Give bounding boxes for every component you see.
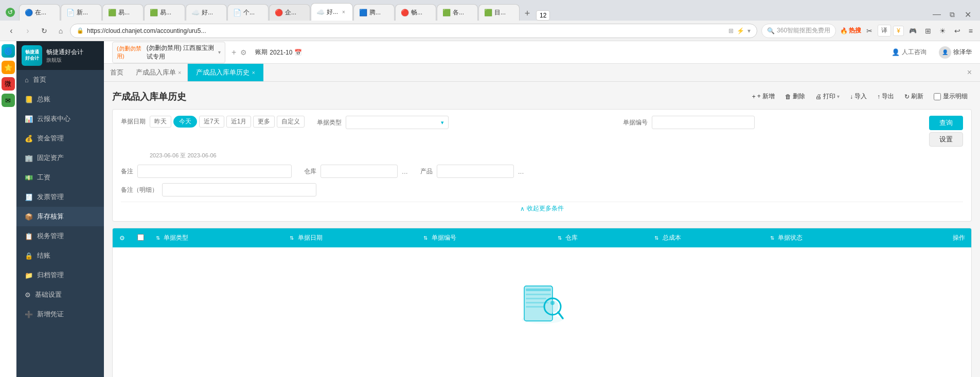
col-date[interactable]: ⇅ 单据日期: [283, 228, 417, 247]
collapse-btn[interactable]: ∧ 收起更多条件: [121, 202, 963, 215]
col-checkbox[interactable]: [131, 228, 150, 247]
tab-6[interactable]: 📄 个...: [227, 4, 269, 21]
sidebar-item-fund[interactable]: 💰 资金管理: [16, 129, 104, 148]
sidebar-item-closing[interactable]: 🔒 结账: [16, 246, 104, 265]
settings-btn-filter[interactable]: 设置: [929, 132, 963, 147]
sidebar-item-basic-settings[interactable]: ⚙ 基础设置: [16, 285, 104, 304]
sidebar-item-fixed-assets[interactable]: 🏢 固定资产: [16, 148, 104, 168]
grid-view-btn[interactable]: ⊞: [922, 26, 934, 36]
col-status[interactable]: ⇅ 单据状态: [764, 228, 898, 247]
service-btn[interactable]: 👤 人工咨询: [892, 48, 926, 57]
tab-7[interactable]: 🔴 企...: [269, 4, 310, 21]
sidebar-label-tax: 税务管理: [37, 231, 64, 241]
add-btn[interactable]: + + 新增: [748, 90, 779, 103]
tab-12[interactable]: 🟩 目...: [478, 4, 520, 21]
sidebar-item-home[interactable]: ⌂ 首页: [16, 70, 104, 89]
show-detail-toggle[interactable]: 显示明细: [930, 90, 972, 103]
tab-history[interactable]: 产成品入库单历史 ×: [188, 64, 263, 81]
fire-icon: 🔥: [840, 27, 848, 34]
tab-9[interactable]: 🟦 腾...: [353, 4, 395, 21]
date-btn-yesterday[interactable]: 昨天: [150, 116, 171, 128]
settings-gear-btn[interactable]: ⚙: [240, 48, 247, 57]
print-btn[interactable]: 🖨 打印 ▾: [811, 90, 844, 103]
col-type[interactable]: ⇅ 单据类型: [150, 228, 283, 247]
tab-2[interactable]: 📄 新...: [61, 4, 102, 21]
sidebar-item-inventory[interactable]: 📦 库存核算: [16, 207, 104, 226]
changjie-icon[interactable]: 🌀: [2, 44, 15, 58]
export-btn[interactable]: ↑ 导出: [873, 90, 898, 103]
nav-refresh-btn[interactable]: ↻: [37, 24, 51, 38]
hot-search-btn[interactable]: 🔥 热搜: [840, 26, 861, 35]
number-filter-input[interactable]: [652, 116, 755, 129]
sidebar-item-invoice[interactable]: 🧾 发票管理: [16, 187, 104, 207]
sidebar-item-payroll[interactable]: 💵 工资: [16, 168, 104, 187]
tab-8-close[interactable]: ×: [340, 9, 347, 16]
calendar-icon[interactable]: 📅: [294, 49, 302, 56]
col-settings[interactable]: ⚙: [113, 228, 131, 247]
window-close-btn[interactable]: ✕: [961, 8, 974, 21]
product-filter-input[interactable]: [437, 165, 514, 178]
cloud-report-icon: 📊: [25, 115, 33, 123]
sidebar-item-ledger[interactable]: 📒 总账: [16, 89, 104, 109]
delete-btn[interactable]: 🗑 删除: [781, 90, 809, 103]
remark-filter-input[interactable]: [137, 165, 292, 178]
tab-list-close[interactable]: ×: [178, 69, 181, 76]
tab-5[interactable]: ☁️ 好...: [186, 4, 227, 21]
date-btn-today[interactable]: 今天: [173, 116, 197, 128]
nav-home-btn[interactable]: ⌂: [54, 24, 68, 38]
window-minimize-btn[interactable]: —: [931, 8, 943, 21]
nav-back-btn[interactable]: ‹: [4, 24, 19, 38]
tab-8-active[interactable]: ☁️ 好... ×: [311, 3, 353, 21]
tab-4[interactable]: 🟩 易...: [144, 4, 185, 21]
theme-btn[interactable]: ☀: [936, 26, 949, 36]
show-detail-checkbox[interactable]: [934, 93, 941, 100]
star-icon[interactable]: ⭐: [2, 61, 15, 74]
dropdown-icon[interactable]: ▾: [747, 27, 751, 34]
refresh-btn[interactable]: ↻ 刷新: [900, 90, 928, 103]
translate-btn[interactable]: 译: [878, 25, 891, 37]
scissors-btn[interactable]: ✂: [863, 26, 876, 36]
date-btn-7days[interactable]: 近7天: [199, 116, 224, 128]
detail-remark-input[interactable]: [162, 183, 316, 196]
tab-history-close[interactable]: ×: [252, 69, 255, 76]
tab-10[interactable]: 🔴 畅...: [395, 4, 436, 21]
game-btn[interactable]: 🎮: [906, 26, 920, 35]
sidebar-item-new-entry[interactable]: ➕ 新增凭证: [16, 304, 104, 324]
select-all-checkbox[interactable]: [137, 234, 144, 241]
tab-list[interactable]: 产成品入库单 ×: [130, 64, 188, 81]
warehouse-filter-input[interactable]: [320, 165, 398, 178]
weibo-icon[interactable]: 微: [2, 77, 15, 91]
tab-1[interactable]: 🔵 在...: [19, 4, 60, 21]
sidebar-item-cloud-report[interactable]: 📊 云报表中心: [16, 109, 104, 129]
warehouse-dots-btn[interactable]: ...: [402, 167, 408, 175]
breadcrumb-home[interactable]: 首页: [104, 64, 130, 81]
date-btn-more[interactable]: 更多: [253, 116, 275, 128]
history-back-btn[interactable]: ↩: [951, 26, 964, 36]
type-select[interactable]: ▾: [346, 116, 449, 129]
search-bar[interactable]: 🔍 360智能抠图免费用: [761, 24, 836, 38]
add-company-btn[interactable]: +: [231, 48, 236, 57]
col-total-cost[interactable]: ⇅ 总成本: [648, 228, 763, 247]
query-btn[interactable]: 查询: [929, 116, 963, 130]
address-bar[interactable]: 🔒 https://cloud.chanjet.com/accounting/u…: [70, 24, 757, 38]
sidebar-item-archive[interactable]: 📁 归档管理: [16, 265, 104, 285]
import-btn[interactable]: ↓ 导入: [846, 90, 871, 103]
col-warehouse[interactable]: ⇅ 仓库: [551, 228, 649, 247]
window-restore-btn[interactable]: ⧉: [946, 8, 958, 21]
tab-11[interactable]: 🟩 各...: [437, 4, 478, 21]
new-tab-btn[interactable]: +: [520, 6, 534, 21]
sidebar-item-tax[interactable]: 📋 税务管理: [16, 226, 104, 246]
page-content: 产成品入库单历史 + + 新增 🗑 删除 🖨 打印 ▾: [104, 82, 980, 377]
col-number[interactable]: ⇅ 单据编号: [417, 228, 551, 247]
page-close-btn[interactable]: ×: [959, 68, 980, 77]
product-dots-btn[interactable]: ...: [518, 167, 524, 175]
date-btn-1month[interactable]: 近1月: [226, 116, 252, 128]
email-icon[interactable]: ✉: [2, 94, 15, 107]
nav-forward-btn[interactable]: ›: [21, 24, 35, 38]
date-btn-custom[interactable]: 自定义: [277, 116, 305, 128]
browser-back-btn[interactable]: ↺: [2, 4, 19, 21]
tab-3[interactable]: 🟩 易...: [102, 4, 144, 21]
more-btn[interactable]: ≡: [966, 26, 976, 36]
yuan-btn[interactable]: ¥: [893, 26, 904, 36]
company-selector[interactable]: (勿删勿禁用) (勿删勿禁用) 江西服宝测试专用 ▾: [112, 42, 225, 63]
